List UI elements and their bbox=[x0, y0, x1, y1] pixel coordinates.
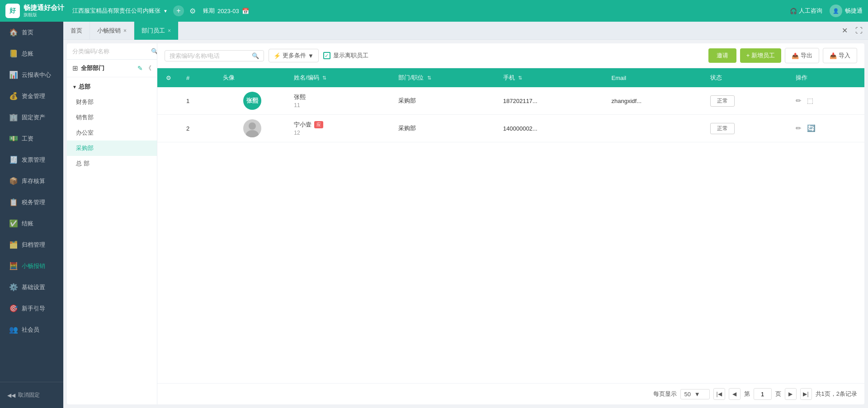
search-input[interactable] bbox=[170, 52, 249, 59]
svg-point-0 bbox=[249, 122, 256, 130]
sidebar-label-invoice: 发票管理 bbox=[22, 156, 45, 164]
sidebar-item-ledger[interactable]: 📒 总账 bbox=[0, 43, 63, 64]
tab-expand-button[interactable]: ⛶ bbox=[854, 25, 864, 36]
sidebar: 🏠 首页 📒 总账 📊 云报表中心 💰 资金管理 🏢 固定资产 💵 工资 🧾 发… bbox=[0, 22, 63, 408]
edit-icon-1[interactable]: ✏ bbox=[796, 97, 802, 105]
filter-button[interactable]: ⚡ 更多条件 ▼ bbox=[269, 49, 319, 62]
logout-icon-1[interactable]: ⬚ bbox=[807, 97, 813, 105]
dept-edit-icon[interactable]: ✎ bbox=[137, 65, 143, 72]
sidebar-item-guide[interactable]: 🎯 新手引导 bbox=[0, 298, 63, 319]
dept-node-purchase[interactable]: 采购部 bbox=[67, 141, 157, 156]
cancel-fixed-label: 取消固定 bbox=[18, 391, 40, 399]
sidebar-item-archive[interactable]: 🗂️ 归档管理 bbox=[0, 234, 63, 255]
th-index: # bbox=[180, 68, 217, 87]
sort-dept-icon: ⇅ bbox=[427, 75, 431, 80]
company-selector[interactable]: 江西服宝精品有限责任公司内账张 ▼ bbox=[72, 7, 168, 15]
archive-icon: 🗂️ bbox=[9, 240, 17, 249]
invite-button[interactable]: 邀请 bbox=[708, 48, 736, 63]
dept-node-label-general: 总部 bbox=[79, 83, 90, 91]
dept-node-general2[interactable]: 总 部 bbox=[67, 156, 157, 171]
sidebar-bottom: ◀◀ 取消固定 bbox=[0, 382, 63, 408]
th-phone[interactable]: 手机 ⇅ bbox=[497, 68, 605, 87]
td-dept-2: 采购部 bbox=[392, 115, 496, 142]
next-page-button[interactable]: ▶ bbox=[785, 388, 797, 400]
employee-name-1: 张熙 bbox=[294, 93, 386, 101]
sidebar-label-guide: 新手引导 bbox=[22, 305, 45, 313]
td-index-1: 1 bbox=[180, 87, 217, 115]
dept-search-area: 🔍 bbox=[67, 43, 157, 60]
sidebar-item-salary[interactable]: 💵 工资 bbox=[0, 128, 63, 149]
sidebar-item-reports[interactable]: 📊 云报表中心 bbox=[0, 64, 63, 85]
tab-employees-close[interactable]: × bbox=[168, 28, 171, 34]
cancel-fixed-button[interactable]: ◀◀ 取消固定 bbox=[0, 387, 63, 403]
import-button[interactable]: 📥 导入 bbox=[823, 48, 857, 63]
tab-home[interactable]: 首页 bbox=[63, 22, 90, 40]
home-icon: 🏠 bbox=[9, 28, 17, 37]
sidebar-label-checkout: 结账 bbox=[22, 220, 33, 228]
sidebar-item-home[interactable]: 🏠 首页 bbox=[0, 22, 63, 43]
tabs-right: ✕ ⛶ bbox=[839, 25, 868, 36]
sidebar-item-inventory[interactable]: 📦 库存核算 bbox=[0, 170, 63, 192]
dept-node-office[interactable]: 办公室 bbox=[67, 125, 157, 141]
dept-collapse-icon[interactable]: 《 bbox=[146, 64, 151, 72]
prev-page-button[interactable]: ◀ bbox=[729, 388, 741, 400]
total-info: 共1页，2条记录 bbox=[816, 390, 857, 398]
page-content: 🔍 ⊞ 全部部门 ✎ 《 ▼ 总部 财务部 bbox=[67, 43, 864, 404]
service-button[interactable]: 🎧 人工咨询 bbox=[790, 7, 822, 15]
calendar-icon[interactable]: 📅 bbox=[242, 8, 249, 14]
import-label: 导入 bbox=[839, 52, 850, 60]
th-name-code[interactable]: 姓名/编码 ⇅ bbox=[288, 68, 392, 87]
td-phone-1: 187202117... bbox=[497, 87, 605, 115]
tab-close-button[interactable]: ✕ bbox=[839, 25, 850, 36]
export-label: 导出 bbox=[801, 52, 812, 60]
export-button[interactable]: 📤 导出 bbox=[785, 48, 819, 63]
dept-node-sales[interactable]: 销售部 bbox=[67, 110, 157, 125]
sidebar-item-checkout[interactable]: ✅ 结账 bbox=[0, 213, 63, 234]
show-resigned-checkbox[interactable]: ✓ bbox=[323, 52, 330, 59]
sidebar-item-expense[interactable]: 🧮 小畅报销 bbox=[0, 255, 63, 277]
show-resigned-checkbox-area[interactable]: ✓ 显示离职员工 bbox=[323, 52, 368, 60]
sidebar-item-settings[interactable]: ⚙️ 基础设置 bbox=[0, 277, 63, 298]
settings-icon[interactable]: ⚙ bbox=[189, 7, 196, 15]
import-icon: 📥 bbox=[830, 52, 837, 59]
dept-node-general[interactable]: ▼ 总部 bbox=[67, 79, 157, 94]
tab-expense[interactable]: 小畅报销 × bbox=[90, 22, 134, 40]
add-company-button[interactable]: + bbox=[173, 5, 184, 16]
search-icon[interactable]: 🔍 bbox=[151, 48, 157, 55]
page-label: 第 bbox=[744, 390, 750, 398]
user-area[interactable]: 👤 畅捷通 bbox=[830, 5, 863, 17]
sidebar-item-partners[interactable]: 👥 社会员 bbox=[0, 319, 63, 340]
sidebar-item-assets[interactable]: 🏢 固定资产 bbox=[0, 107, 63, 128]
add-employee-button[interactable]: + 新增员工 bbox=[740, 48, 781, 63]
th-settings[interactable]: ⚙ bbox=[157, 68, 180, 87]
tab-employees[interactable]: 部门员工 × bbox=[134, 22, 179, 40]
th-dept-position[interactable]: 部门/职位 ⇅ bbox=[392, 68, 496, 87]
dept-header: ⊞ 全部部门 ✎ 《 bbox=[67, 60, 157, 77]
sidebar-item-funds[interactable]: 💰 资金管理 bbox=[0, 85, 63, 107]
sidebar-item-tax[interactable]: 📋 税务管理 bbox=[0, 192, 63, 213]
status-badge-2: 正常 bbox=[710, 123, 735, 134]
tab-employees-label: 部门员工 bbox=[142, 27, 165, 35]
first-page-button[interactable]: |◀ bbox=[713, 388, 725, 400]
dept-search-input[interactable] bbox=[72, 48, 148, 55]
dept-node-finance[interactable]: 财务部 bbox=[67, 94, 157, 110]
delete-icon-2[interactable]: 🔄 bbox=[807, 124, 816, 132]
sidebar-item-invoice[interactable]: 🧾 发票管理 bbox=[0, 149, 63, 170]
expand-triangle-icon: ▼ bbox=[72, 84, 77, 89]
tab-expense-close[interactable]: × bbox=[123, 28, 127, 34]
td-avatar-2 bbox=[217, 115, 288, 142]
per-page-select[interactable]: 50 ▼ bbox=[680, 389, 710, 399]
period-value: 2023-03 bbox=[217, 8, 239, 14]
page-number-input[interactable] bbox=[754, 388, 772, 400]
last-page-button[interactable]: ▶| bbox=[800, 388, 812, 400]
page-suffix: 页 bbox=[775, 390, 781, 398]
avatar-2 bbox=[243, 119, 261, 137]
inventory-icon: 📦 bbox=[9, 177, 17, 185]
per-page-chevron-icon: ▼ bbox=[694, 391, 700, 398]
search-icon-toolbar[interactable]: 🔍 bbox=[252, 52, 259, 59]
pin-icon: ◀◀ bbox=[7, 392, 15, 399]
th-status: 状态 bbox=[704, 68, 789, 87]
period-area: 账期 2023-03 📅 bbox=[203, 7, 249, 15]
edit-icon-2[interactable]: ✏ bbox=[796, 124, 802, 132]
pagination: 每页显示 50 ▼ |◀ ◀ 第 页 ▶ ▶| 共1页，2条记录 bbox=[157, 383, 864, 404]
